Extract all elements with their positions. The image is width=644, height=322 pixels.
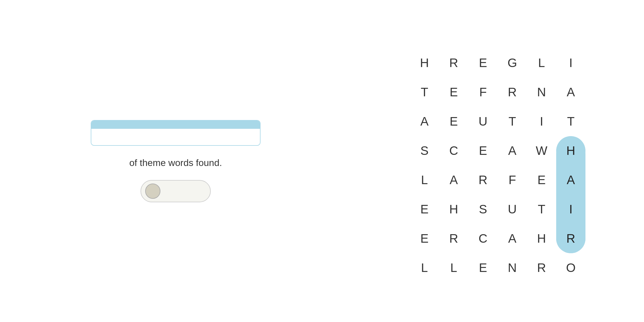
right-panel: HREGLITEFRNAAEUTITSCEAWHLARFEAEHSUTIERCA…	[410, 40, 585, 282]
hint-toggle[interactable]	[141, 180, 211, 202]
grid-cell[interactable]: N	[498, 253, 527, 282]
grid-cell[interactable]: A	[439, 165, 468, 195]
theme-card-header	[91, 121, 260, 129]
grid-cell[interactable]: E	[410, 224, 439, 253]
grid-cell[interactable]: R	[556, 224, 585, 253]
words-found-suffix: theme words found.	[140, 157, 222, 168]
grid-cell[interactable]: L	[527, 48, 556, 78]
grid-cell[interactable]: E	[468, 136, 498, 165]
grid-cell[interactable]: A	[556, 165, 585, 195]
grid-cell[interactable]: E	[439, 107, 468, 136]
grid-cell[interactable]: L	[439, 253, 468, 282]
grid-cell[interactable]: E	[468, 48, 498, 78]
word-grid: HREGLITEFRNAAEUTITSCEAWHLARFEAEHSUTIERCA…	[410, 48, 585, 282]
grid-cell[interactable]: I	[556, 48, 585, 78]
grid-cell[interactable]: C	[468, 224, 498, 253]
grid-cell[interactable]: S	[410, 136, 439, 165]
grid-cell[interactable]: T	[410, 78, 439, 107]
grid-cell[interactable]: L	[410, 253, 439, 282]
grid-cell[interactable]: A	[410, 107, 439, 136]
words-found-of: of	[129, 157, 140, 168]
grid-cell[interactable]: G	[498, 48, 527, 78]
grid-cell[interactable]: H	[439, 195, 468, 224]
grid-cell[interactable]: I	[556, 195, 585, 224]
grid-cell[interactable]: R	[439, 48, 468, 78]
grid-cell[interactable]: T	[498, 107, 527, 136]
grid-cell[interactable]: H	[527, 224, 556, 253]
grid-cell[interactable]: I	[527, 107, 556, 136]
grid-cell[interactable]: R	[527, 253, 556, 282]
left-panel: of theme words found.	[59, 120, 293, 202]
grid-cell[interactable]: T	[556, 107, 585, 136]
grid-cell[interactable]: E	[527, 165, 556, 195]
grid-cell[interactable]: R	[439, 224, 468, 253]
grid-cell[interactable]: A	[498, 136, 527, 165]
grid-cell[interactable]: U	[498, 195, 527, 224]
grid-cell[interactable]: L	[410, 165, 439, 195]
toggle-knob	[145, 184, 160, 199]
grid-cell[interactable]: E	[468, 253, 498, 282]
grid-cell[interactable]: S	[468, 195, 498, 224]
grid-cell[interactable]: H	[556, 136, 585, 165]
grid-cell[interactable]: F	[498, 165, 527, 195]
grid-cell[interactable]: C	[439, 136, 468, 165]
theme-card	[91, 120, 261, 146]
grid-cell[interactable]: R	[468, 165, 498, 195]
grid-cell[interactable]: N	[527, 78, 556, 107]
grid-cell[interactable]: E	[410, 195, 439, 224]
grid-cell[interactable]: E	[439, 78, 468, 107]
grid-cell[interactable]: A	[498, 224, 527, 253]
grid-cell[interactable]: H	[410, 48, 439, 78]
grid-cell[interactable]: A	[556, 78, 585, 107]
theme-card-body	[91, 129, 260, 145]
grid-cell[interactable]: T	[527, 195, 556, 224]
grid-cell[interactable]: R	[498, 78, 527, 107]
grid-cell[interactable]: U	[468, 107, 498, 136]
words-found-text: of theme words found.	[129, 157, 222, 168]
grid-cell[interactable]: F	[468, 78, 498, 107]
grid-cell[interactable]: W	[527, 136, 556, 165]
grid-cell[interactable]: O	[556, 253, 585, 282]
